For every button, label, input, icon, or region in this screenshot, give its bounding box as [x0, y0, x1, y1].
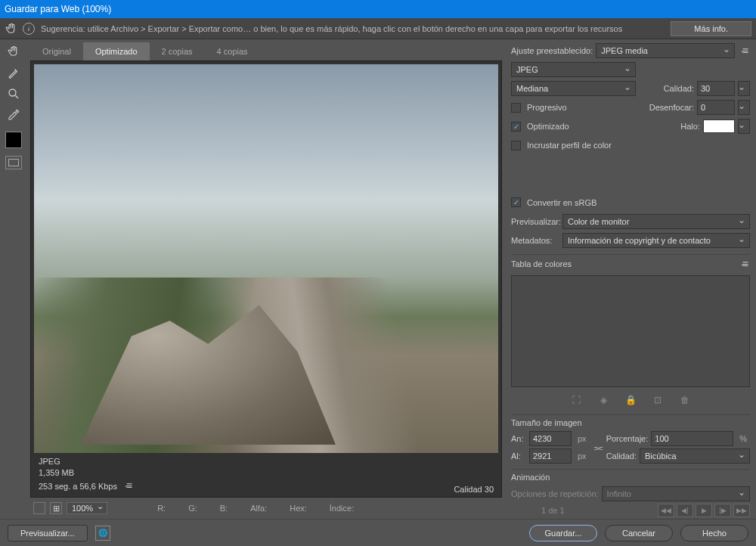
status-row: ⊞ 100% R: G: B: Alfa: Hex: Índice: — [30, 498, 502, 519]
slice-visibility-toggle[interactable] — [5, 156, 22, 169]
hand-tool-icon[interactable] — [5, 22, 18, 36]
preview-select[interactable]: Color de monitor — [562, 214, 750, 229]
eyedropper-color-swatch[interactable] — [5, 132, 22, 148]
anim-first-button[interactable]: ◀◀ — [658, 504, 674, 517]
color-table-header: Tabla de colores — [511, 259, 572, 268]
quality-dropdown[interactable] — [738, 81, 750, 96]
scale-quality-label: Calidad: — [606, 451, 637, 461]
metadata-select[interactable]: Información de copyright y de contacto — [562, 233, 750, 248]
blur-dropdown[interactable] — [738, 100, 750, 115]
readout-r: R: — [157, 504, 166, 513]
link-dimensions-icon[interactable]: ⫘ — [591, 442, 605, 454]
readout-index: Índice: — [330, 504, 354, 513]
color-readouts: R: G: B: Alfa: Hex: Índice: — [157, 504, 354, 513]
progressive-label: Progresivo — [527, 103, 567, 112]
quality-input[interactable] — [697, 81, 735, 96]
settings-panel: Ajuste preestablecido: JPEG media ∙≡ JPE… — [505, 39, 756, 519]
preview-canvas: JPEG 1,359 MB 253 seg. a 56,6 Kbps ∙≡ Ca… — [30, 60, 502, 498]
info-icon: i — [23, 23, 35, 35]
preview-section: Original Optimizado 2 copias 4 copias JP… — [27, 39, 505, 519]
convert-srgb-checkbox[interactable] — [511, 197, 521, 207]
preview-filesize: 1,359 MB — [39, 467, 134, 479]
preset-label: Ajuste preestablecido: — [511, 46, 593, 55]
ct-lock-icon[interactable]: 🔒 — [624, 394, 637, 406]
halo-dropdown[interactable] — [738, 119, 750, 134]
slice-tool[interactable] — [3, 64, 24, 82]
ct-snap-icon[interactable]: ⛶ — [570, 394, 582, 406]
suggestion-text: Sugerencia: utilice Archivo > Exportar >… — [41, 24, 671, 33]
height-input[interactable] — [529, 448, 572, 464]
tab-optimized[interactable]: Optimizado — [83, 42, 150, 60]
color-table-area — [511, 275, 750, 387]
preset-menu-icon[interactable]: ∙≡ — [738, 45, 750, 57]
preview-image[interactable] — [34, 64, 498, 453]
readout-g: G: — [188, 504, 197, 513]
scale-quality-select[interactable]: Bicúbica — [640, 448, 750, 464]
titlebar: Guardar para Web (100%) — [0, 0, 756, 18]
repeat-select: Infinito — [602, 486, 750, 501]
color-table-menu-icon[interactable]: ∙≡ — [738, 258, 750, 270]
blur-label: Desenfocar: — [649, 103, 694, 112]
preview-info-bar: JPEG 1,359 MB 253 seg. a 56,6 Kbps ∙≡ Ca… — [34, 453, 498, 494]
repeat-label: Opciones de repetición: — [511, 489, 599, 498]
optimized-label: Optimizado — [527, 122, 569, 131]
ct-trash-icon[interactable]: 🗑 — [679, 394, 691, 406]
status-box-1[interactable] — [33, 502, 45, 514]
halo-color-well[interactable] — [703, 119, 735, 133]
done-button[interactable]: Hecho — [680, 525, 748, 541]
blur-input[interactable] — [697, 100, 735, 115]
save-button[interactable]: Guardar... — [529, 525, 597, 541]
readout-hex: Hex: — [290, 504, 307, 513]
width-unit: px — [575, 434, 590, 443]
progressive-checkbox[interactable] — [511, 103, 521, 113]
width-input[interactable] — [529, 431, 572, 446]
ct-new-icon[interactable]: ⊡ — [652, 394, 664, 406]
more-info-button[interactable]: Más info. — [671, 21, 751, 36]
halo-label: Halo: — [680, 122, 700, 131]
preview-format: JPEG — [39, 456, 134, 467]
tab-4up[interactable]: 4 copias — [205, 42, 260, 60]
preview-loadtime: 253 seg. a 56,6 Kbps — [39, 481, 117, 492]
animation-header: Animación — [511, 469, 750, 483]
animation-controls: 1 de 1 ◀◀ ◀| ▶ |▶ ▶▶ — [511, 502, 750, 519]
width-label: An: — [511, 434, 526, 443]
bottom-bar: Previsualizar... 🌐 Guardar... Cancelar H… — [0, 519, 756, 546]
anim-next-button[interactable]: |▶ — [714, 504, 731, 517]
svg-point-0 — [9, 89, 16, 96]
ct-shift-icon[interactable]: ◈ — [597, 394, 609, 406]
status-box-2[interactable]: ⊞ — [50, 502, 62, 514]
height-label: Al: — [511, 451, 526, 461]
eyedropper-tool[interactable] — [3, 106, 24, 124]
preset-select[interactable]: JPEG media — [596, 43, 735, 58]
preview-quality: Calidad 30 — [454, 485, 494, 494]
optimized-checkbox[interactable] — [511, 122, 521, 132]
frame-status: 1 de 1 — [541, 506, 565, 515]
bandwidth-menu-icon[interactable]: ∙≡ — [122, 479, 134, 494]
image-size-header: Tamaño de imagen — [511, 414, 750, 429]
anim-prev-button[interactable]: ◀| — [677, 504, 693, 517]
zoom-select[interactable]: 100% — [67, 502, 107, 514]
anim-play-button[interactable]: ▶ — [696, 504, 712, 517]
color-table-icons: ⛶ ◈ 🔒 ⊡ 🗑 — [511, 391, 750, 409]
percent-unit: % — [736, 434, 750, 443]
format-select[interactable]: JPEG — [511, 62, 636, 77]
quality-type-select[interactable]: Mediana — [511, 81, 636, 96]
hand-tool[interactable] — [3, 42, 24, 60]
zoom-tool[interactable] — [3, 85, 24, 103]
preview-button[interactable]: Previsualizar... — [8, 525, 88, 541]
tab-original[interactable]: Original — [30, 42, 83, 60]
quality-label: Calidad: — [664, 84, 694, 93]
preview-tabs: Original Optimizado 2 copias 4 copias — [30, 42, 502, 60]
percent-input[interactable] — [651, 431, 733, 446]
metadata-label: Metadatos: — [511, 236, 559, 245]
height-unit: px — [575, 451, 590, 461]
tools-toolbar — [0, 39, 27, 519]
preview-select-label: Previsualizar: — [511, 217, 559, 226]
cancel-button[interactable]: Cancelar — [605, 525, 673, 541]
browser-preview-icon[interactable]: 🌐 — [95, 526, 110, 541]
embed-profile-label: Incrustar perfil de color — [527, 141, 612, 150]
tab-2up[interactable]: 2 copias — [150, 42, 205, 60]
anim-last-button[interactable]: ▶▶ — [733, 504, 750, 517]
suggestion-bar: i Sugerencia: utilice Archivo > Exportar… — [0, 18, 756, 39]
embed-profile-checkbox[interactable] — [511, 141, 521, 150]
